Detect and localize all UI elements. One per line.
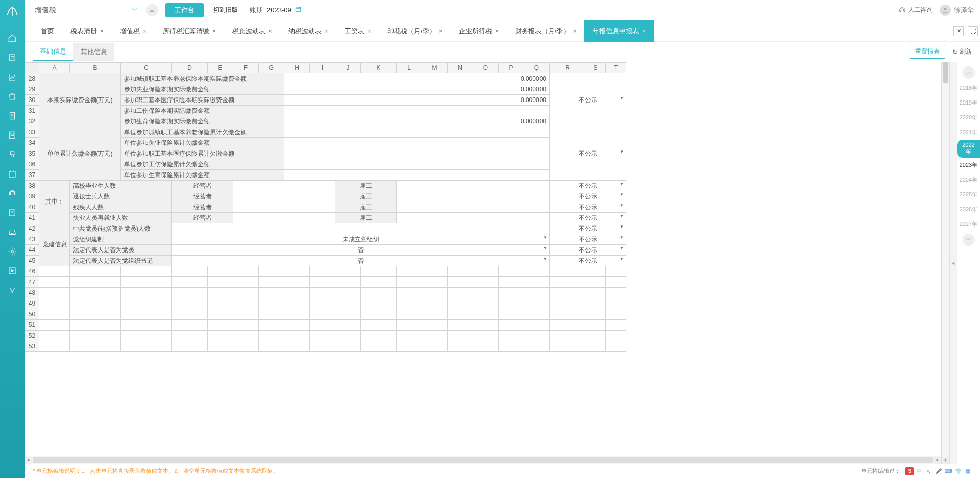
user-profile[interactable]: 徐泽华 bbox=[940, 5, 974, 16]
period-value[interactable]: 2023-09 bbox=[267, 6, 291, 14]
empty-cell[interactable] bbox=[121, 320, 172, 331]
empty-cell[interactable] bbox=[524, 341, 550, 352]
empty-cell[interactable] bbox=[39, 320, 70, 331]
empty-cell[interactable] bbox=[361, 288, 397, 298]
empty-cell[interactable] bbox=[361, 298, 397, 309]
empty-cell[interactable] bbox=[550, 288, 585, 298]
empty-cell[interactable] bbox=[39, 341, 70, 352]
empty-cell[interactable] bbox=[121, 331, 172, 341]
empty-cell[interactable] bbox=[499, 288, 524, 298]
col-head-N[interactable]: N bbox=[448, 63, 473, 73]
empty-cell[interactable] bbox=[499, 341, 524, 352]
empty-cell[interactable] bbox=[172, 266, 208, 277]
empty-cell[interactable] bbox=[259, 277, 284, 288]
empty-cell[interactable] bbox=[233, 341, 259, 352]
row-head-49[interactable]: 49 bbox=[25, 298, 39, 309]
empty-cell[interactable] bbox=[259, 309, 284, 320]
visibility-select[interactable]: 不公示 bbox=[550, 191, 626, 202]
empty-cell[interactable] bbox=[550, 309, 585, 320]
empty-cell[interactable] bbox=[585, 320, 606, 331]
col-head-D[interactable]: D bbox=[172, 63, 208, 73]
tab-close-icon[interactable]: × bbox=[368, 28, 371, 35]
empty-cell[interactable] bbox=[448, 266, 473, 277]
cell-value[interactable] bbox=[284, 148, 550, 159]
empty-cell[interactable] bbox=[524, 288, 550, 298]
empty-cell[interactable] bbox=[606, 341, 626, 352]
empty-cell[interactable] bbox=[310, 320, 335, 331]
empty-cell[interactable] bbox=[397, 277, 422, 288]
empty-cell[interactable] bbox=[422, 309, 448, 320]
row-head-48[interactable]: 48 bbox=[25, 288, 39, 298]
empty-cell[interactable] bbox=[284, 331, 310, 341]
empty-cell[interactable] bbox=[70, 298, 121, 309]
cell-value[interactable] bbox=[284, 170, 550, 181]
empty-cell[interactable] bbox=[585, 266, 606, 277]
visibility-select[interactable]: 不公示 bbox=[550, 245, 626, 256]
empty-cell[interactable] bbox=[233, 320, 259, 331]
empty-cell[interactable] bbox=[310, 298, 335, 309]
row-head-29[interactable]: 29 bbox=[25, 84, 39, 95]
empty-cell[interactable] bbox=[70, 288, 121, 298]
tab-close-icon[interactable]: × bbox=[573, 28, 576, 35]
col-head-F[interactable]: F bbox=[233, 63, 259, 73]
empty-cell[interactable] bbox=[70, 331, 121, 341]
entity-selector[interactable]: 增值税 ﹀ bbox=[31, 4, 138, 17]
cell-input[interactable] bbox=[233, 181, 335, 191]
year-item[interactable]: 2026年 bbox=[960, 202, 977, 217]
year-item[interactable]: 2023年 bbox=[960, 158, 977, 172]
col-head-M[interactable]: M bbox=[422, 63, 448, 73]
empty-cell[interactable] bbox=[606, 288, 626, 298]
empty-cell[interactable] bbox=[172, 298, 208, 309]
empty-cell[interactable] bbox=[310, 309, 335, 320]
row-head-45[interactable]: 45 bbox=[25, 256, 39, 266]
empty-cell[interactable] bbox=[335, 288, 361, 298]
row-head-33[interactable]: 33 bbox=[25, 127, 39, 138]
lj-visibility-select[interactable]: 不公示 bbox=[550, 127, 626, 181]
cell-value[interactable] bbox=[284, 127, 550, 138]
empty-cell[interactable] bbox=[550, 298, 585, 309]
empty-cell[interactable] bbox=[284, 266, 310, 277]
cell-input[interactable] bbox=[397, 213, 550, 223]
empty-cell[interactable] bbox=[121, 309, 172, 320]
nav-home-icon[interactable] bbox=[3, 29, 21, 47]
empty-cell[interactable] bbox=[172, 331, 208, 341]
tab-close-button[interactable]: ✕ bbox=[953, 26, 964, 36]
tab-item[interactable]: 税负波动表× bbox=[224, 20, 280, 42]
empty-cell[interactable] bbox=[550, 341, 585, 352]
empty-cell[interactable] bbox=[606, 298, 626, 309]
list-toggle-icon[interactable] bbox=[146, 4, 158, 16]
nav-doc-icon[interactable] bbox=[3, 107, 21, 125]
cell-select[interactable]: 未成立党组织 bbox=[172, 234, 550, 245]
nav-calendar-icon[interactable] bbox=[3, 165, 21, 183]
empty-cell[interactable] bbox=[524, 277, 550, 288]
empty-cell[interactable] bbox=[448, 288, 473, 298]
visibility-select[interactable]: 不公示 bbox=[550, 181, 626, 191]
year-item[interactable]: 2019年 bbox=[960, 95, 977, 110]
row-head-43[interactable]: 43 bbox=[25, 234, 39, 245]
empty-cell[interactable] bbox=[121, 288, 172, 298]
empty-cell[interactable] bbox=[39, 298, 70, 309]
year-item[interactable]: 2020年 bbox=[960, 110, 977, 125]
year-up-icon[interactable]: ︿ bbox=[963, 66, 975, 79]
row-head-37[interactable]: 37 bbox=[25, 170, 39, 181]
empty-cell[interactable] bbox=[172, 341, 208, 352]
cell-input[interactable] bbox=[233, 202, 335, 213]
tab-expand-button[interactable]: ⛶ bbox=[968, 26, 978, 36]
row-head-28[interactable]: 28 bbox=[25, 73, 39, 84]
tab-item[interactable]: 财务报表（月/季）× bbox=[507, 20, 585, 42]
cell-select[interactable]: 否 bbox=[172, 245, 550, 256]
empty-cell[interactable] bbox=[499, 277, 524, 288]
empty-cell[interactable] bbox=[208, 298, 233, 309]
empty-cell[interactable] bbox=[606, 309, 626, 320]
cell-value[interactable] bbox=[284, 106, 550, 116]
ime-skin-icon[interactable]: 👕 bbox=[954, 467, 962, 475]
tab-item[interactable]: 首页 bbox=[33, 20, 62, 42]
col-head-B[interactable]: B bbox=[70, 63, 121, 73]
year-item[interactable]: 2024年 bbox=[960, 172, 977, 187]
scroll-left-icon[interactable]: ◄ bbox=[24, 457, 32, 464]
empty-cell[interactable] bbox=[473, 277, 499, 288]
empty-cell[interactable] bbox=[585, 277, 606, 288]
col-head-Q[interactable]: Q bbox=[524, 63, 550, 73]
empty-cell[interactable] bbox=[208, 288, 233, 298]
calendar-icon[interactable] bbox=[295, 6, 302, 14]
